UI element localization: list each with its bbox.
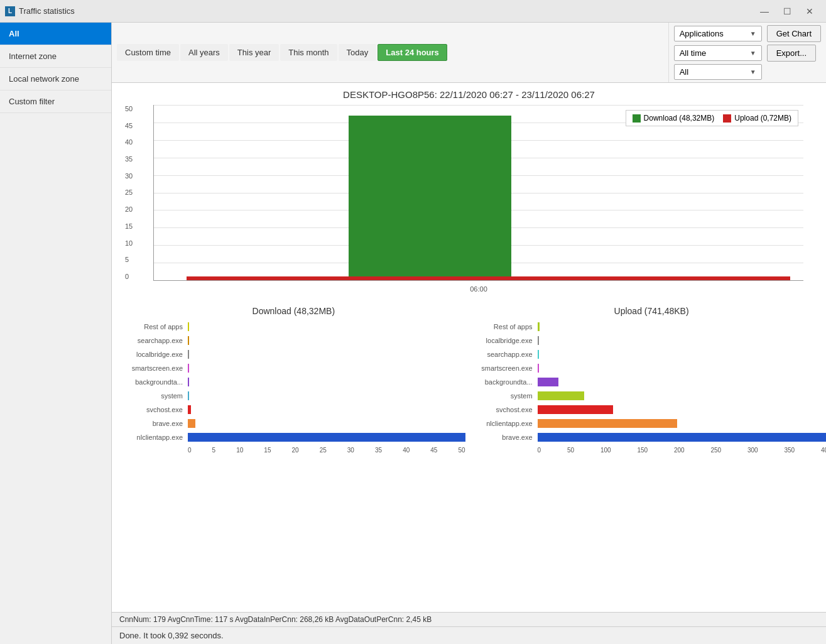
bar-label: smartscreen.exe	[120, 364, 183, 372]
y-label-10: 10	[125, 239, 133, 247]
app-icon: L	[5, 6, 15, 16]
all-dropdown-arrow: ▼	[750, 68, 756, 75]
x-axis: 05101520253035404550	[188, 447, 465, 454]
main-upload-bar	[187, 276, 791, 280]
title-bar: L Traffic statistics — ☐ ✕	[0, 0, 826, 23]
sidebar-item-internet-zone[interactable]: Internet zone	[0, 45, 111, 68]
sidebar-item-custom-filter[interactable]: Custom filter	[0, 90, 111, 113]
nav-controls-row: Custom timeAll yearsThis yearThis monthT…	[112, 23, 826, 83]
tab-this-year[interactable]: This year	[229, 44, 279, 61]
download-chart-title: Download (48,32MB)	[122, 306, 465, 316]
applications-dropdown-arrow: ▼	[750, 30, 756, 37]
bar-label: system	[470, 392, 533, 400]
bar-fill	[538, 364, 539, 373]
bar-row: Rest of apps	[538, 321, 826, 332]
bar-row: system	[538, 390, 826, 401]
legend-download: Download (48,32MB)	[633, 114, 715, 123]
bar-row: brave.exe	[188, 418, 465, 429]
bar-fill	[538, 378, 559, 386]
bar-label: smartscreen.exe	[470, 364, 533, 372]
export-button[interactable]: Export...	[767, 45, 816, 62]
bottom-charts-row: Download (48,32MB) Rest of appssearchapp…	[122, 306, 816, 454]
y-label-5: 5	[125, 256, 133, 263]
all-dropdown[interactable]: All ▼	[674, 64, 762, 80]
main-chart-area: 50 45 40 35 30 25 20 15 10 5 0	[153, 105, 803, 281]
bar-row: backgroundta...	[188, 376, 465, 388]
sidebar-item-local-network-zone[interactable]: Local network zone	[0, 68, 111, 90]
bar-label: svchost.exe	[120, 406, 183, 413]
bar-fill	[188, 322, 189, 331]
legend-upload: Upload (0,72MB)	[723, 114, 791, 123]
bar-fill	[538, 322, 540, 331]
bar-row: svchost.exe	[538, 404, 826, 415]
bar-row: system	[188, 390, 465, 401]
y-label-25: 25	[125, 188, 133, 196]
tab-this-month[interactable]: This month	[280, 44, 337, 61]
main-chart-title: DESKTOP-HGO8P56: 22/11/2020 06:27 - 23/1…	[122, 89, 816, 100]
tab-last-24-hours[interactable]: Last 24 hours	[378, 44, 447, 61]
bar-fill	[538, 350, 539, 359]
minimize-button[interactable]: —	[753, 2, 776, 21]
bar-fill	[188, 336, 189, 345]
sidebar-list: AllInternet zoneLocal network zoneCustom…	[0, 23, 111, 113]
bar-row: brave.exe	[538, 432, 826, 443]
bar-row: backgroundta...	[538, 376, 826, 388]
stats-bar: CnnNum: 179 AvgCnnTime: 117 s AvgDataInP…	[112, 612, 826, 626]
bar-fill	[188, 419, 195, 428]
bar-fill	[188, 433, 465, 442]
bar-label: backgroundta...	[120, 378, 183, 386]
y-label-35: 35	[125, 155, 133, 163]
bar-label: svchost.exe	[470, 406, 533, 413]
bar-label: searchapp.exe	[120, 337, 183, 344]
bar-label: Rest of apps	[470, 323, 533, 330]
bar-label: brave.exe	[120, 420, 183, 427]
bar-row: localbridge.exe	[188, 349, 465, 360]
bar-label: localbridge.exe	[470, 337, 533, 344]
legend-download-color	[633, 114, 641, 123]
y-label-0: 0	[125, 273, 133, 280]
bar-label: system	[120, 392, 183, 400]
chart-container: DESKTOP-HGO8P56: 22/11/2020 06:27 - 23/1…	[112, 83, 826, 612]
bar-fill	[538, 391, 584, 400]
bar-label: backgroundta...	[470, 378, 533, 386]
bar-row: nlclientapp.exe	[188, 432, 465, 443]
upload-horiz-chart: Upload (741,48KB) Rest of appslocalbridg…	[472, 306, 826, 454]
bar-fill	[538, 419, 677, 428]
tab-today[interactable]: Today	[339, 44, 377, 61]
bar-label: Rest of apps	[120, 323, 183, 330]
bar-row: smartscreen.exe	[538, 363, 826, 374]
close-button[interactable]: ✕	[798, 2, 821, 21]
x-axis-label: 06:00	[154, 285, 803, 293]
y-label-50: 50	[125, 105, 133, 112]
window-controls: — ☐ ✕	[753, 2, 821, 21]
tabs-section: Custom timeAll yearsThis yearThis monthT…	[112, 23, 668, 82]
y-label-20: 20	[125, 205, 133, 213]
bar-row: smartscreen.exe	[188, 363, 465, 374]
upload-bars-container: Rest of appslocalbridge.exesearchapp.exe…	[538, 321, 826, 454]
y-label-40: 40	[125, 138, 133, 146]
applications-dropdown[interactable]: Applications ▼	[674, 26, 762, 41]
bar-row: localbridge.exe	[538, 335, 826, 346]
bar-row: nlclientapp.exe	[538, 418, 826, 429]
bar-fill	[188, 350, 189, 359]
bar-label: brave.exe	[470, 434, 533, 441]
right-area: Custom timeAll yearsThis yearThis monthT…	[112, 23, 826, 644]
window-title: Traffic statistics	[19, 6, 75, 16]
y-label-30: 30	[125, 172, 133, 180]
chart-legend: Download (48,32MB) Upload (0,72MB)	[626, 110, 798, 126]
bar-fill	[188, 391, 189, 400]
main-container: AllInternet zoneLocal network zoneCustom…	[0, 23, 826, 644]
content-area: AllInternet zoneLocal network zoneCustom…	[0, 23, 826, 644]
tab-all-years[interactable]: All years	[180, 44, 228, 61]
tab-custom-time[interactable]: Custom time	[117, 44, 179, 61]
bar-label: nlclientapp.exe	[120, 434, 183, 441]
bar-fill	[188, 378, 189, 386]
alltime-dropdown[interactable]: All time ▼	[674, 45, 762, 61]
x-axis: 050100150200250300350400	[538, 447, 826, 454]
get-chart-button[interactable]: Get Chart	[767, 25, 821, 42]
bar-fill	[538, 433, 826, 442]
maximize-button[interactable]: ☐	[776, 2, 798, 21]
sidebar-item-all[interactable]: All	[0, 23, 111, 45]
y-label-45: 45	[125, 122, 133, 129]
bar-row: searchapp.exe	[188, 335, 465, 346]
